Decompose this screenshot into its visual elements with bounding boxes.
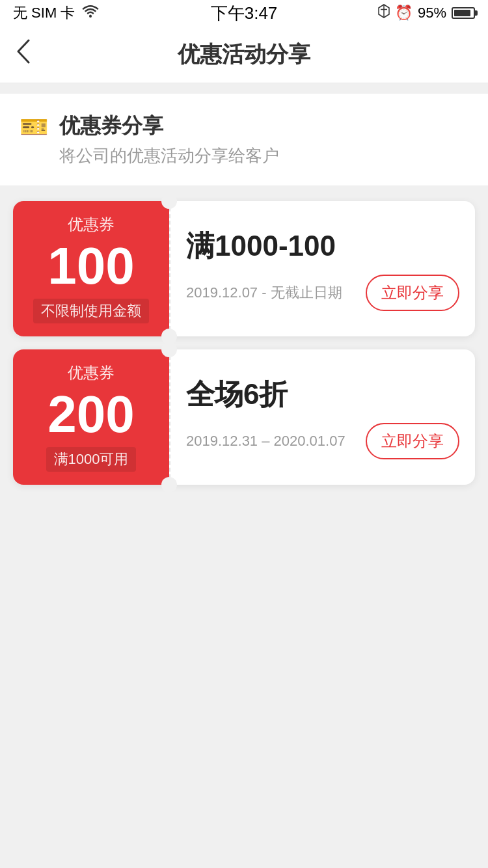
wifi-icon	[81, 4, 100, 22]
battery-icon	[452, 7, 475, 19]
coupon-amount-2: 200	[47, 388, 134, 441]
coupon-label-1: 优惠券	[68, 214, 115, 235]
section-icon: 🎫	[20, 113, 49, 141]
coupon-date-2: 2019.12.31 – 2020.01.07	[186, 433, 346, 450]
coupon-bottom-2: 2019.12.31 – 2020.01.07 立即分享	[186, 423, 459, 459]
section-text: 优惠券分享 将公司的优惠活动分享给客户	[59, 112, 279, 167]
status-left: 无 SIM 卡	[13, 3, 100, 23]
status-bar: 无 SIM 卡 下午3:47 ⏰ 95%	[0, 0, 488, 26]
section-subtitle: 将公司的优惠活动分享给客户	[59, 144, 279, 167]
coupon-label-2: 优惠券	[68, 362, 115, 383]
share-button-1[interactable]: 立即分享	[366, 275, 459, 311]
coupon-condition-2: 满1000可用	[46, 447, 137, 472]
nav-bar: 优惠活动分享	[0, 26, 488, 83]
section-title: 优惠券分享	[59, 112, 279, 141]
bottom-area	[0, 500, 488, 761]
section-header: 🎫 优惠券分享 将公司的优惠活动分享给客户	[0, 94, 488, 185]
back-button[interactable]	[16, 39, 30, 70]
coupon-card-2: 优惠券 200 满1000可用 全场6折 2019.12.31 – 2020.0…	[13, 349, 475, 485]
coupon-title-1: 满1000-100	[186, 227, 459, 265]
location-icon	[378, 4, 390, 22]
coupon-right-2: 全场6折 2019.12.31 – 2020.01.07 立即分享	[169, 349, 475, 485]
coupon-list: 优惠券 100 不限制使用金额 满1000-100 2019.12.07 - 无…	[0, 185, 488, 500]
svg-point-0	[89, 15, 92, 18]
coupon-left-2: 优惠券 200 满1000可用	[13, 349, 169, 485]
coupon-condition-1: 不限制使用金额	[33, 299, 149, 323]
coupon-amount-1: 100	[47, 240, 134, 292]
coupon-bottom-1: 2019.12.07 - 无截止日期 立即分享	[186, 275, 459, 311]
share-button-2[interactable]: 立即分享	[366, 423, 459, 459]
coupon-left-1: 优惠券 100 不限制使用金额	[13, 201, 169, 336]
coupon-title-2: 全场6折	[186, 375, 459, 414]
coupon-card-1: 优惠券 100 不限制使用金额 满1000-100 2019.12.07 - 无…	[13, 201, 475, 336]
coupon-date-1: 2019.12.07 - 无截止日期	[186, 283, 342, 303]
battery-text: 95%	[418, 5, 446, 21]
page-title: 优惠活动分享	[178, 40, 310, 70]
alarm-icon: ⏰	[395, 5, 413, 21]
coupon-right-1: 满1000-100 2019.12.07 - 无截止日期 立即分享	[169, 201, 475, 336]
status-right: ⏰ 95%	[378, 4, 475, 22]
status-time: 下午3:47	[211, 2, 278, 25]
carrier-text: 无 SIM 卡	[13, 3, 75, 23]
